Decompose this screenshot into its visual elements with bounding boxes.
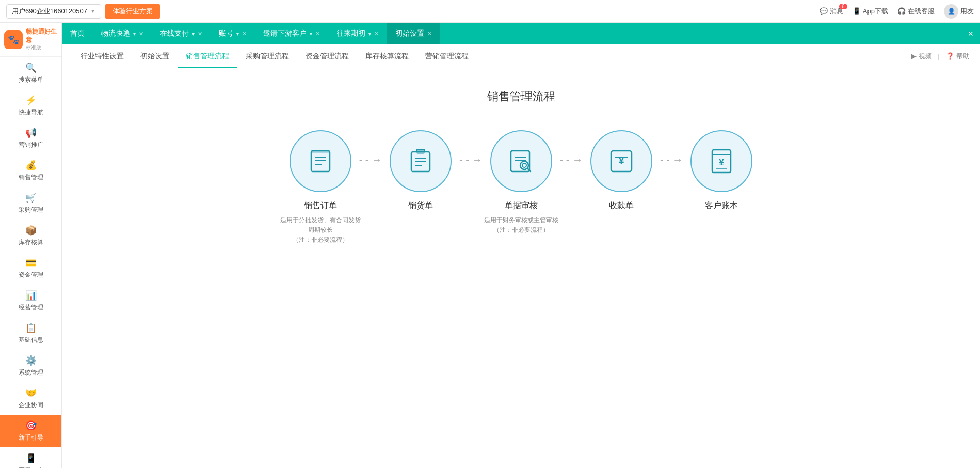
sidebar-item-basic-info[interactable]: 📋基础信息 <box>0 317 61 350</box>
sidebar-item-system[interactable]: ⚙️系统管理 <box>0 350 61 382</box>
app-download-button[interactable]: 📱 App下载 <box>853 7 888 16</box>
sub-tabs: 行业特性设置初始设置销售管理流程采购管理流程资金管理流程库存核算流程营销管理流程… <box>62 44 980 68</box>
sub-tab-marketing-flow[interactable]: 营销管理流程 <box>417 44 477 68</box>
sidebar-item-marketing[interactable]: 📢营销推广 <box>0 122 61 154</box>
sidebar-label-newbie: 新手引导 <box>19 433 43 442</box>
sub-tab-label-finance-flow: 资金管理流程 <box>306 52 349 61</box>
sub-tab-purchase-flow[interactable]: 采购管理流程 <box>237 44 297 68</box>
flow-circle-receipt: ¥ <box>590 130 652 192</box>
flow-label-review: 单据审核 <box>505 200 538 211</box>
nav-tabs-bar: 首页物流快递▾✕在线支付▾✕账号▾✕邀请下游客户▾✕往来期初▾✕初始设置✕ ✕ <box>62 23 980 44</box>
online-service-button[interactable]: 🎧 在线客服 <box>897 7 935 16</box>
help-link[interactable]: ❓ 帮助 <box>946 52 970 61</box>
dropdown-icon: ▾ <box>368 31 371 37</box>
close-tab-icon-account[interactable]: ✕ <box>242 30 247 37</box>
phone-icon: 📱 <box>853 7 861 15</box>
main-panel: 首页物流快递▾✕在线支付▾✕账号▾✕邀请下游客户▾✕往来期初▾✕初始设置✕ ✕ … <box>62 23 980 468</box>
sidebar-item-enterprise[interactable]: 🤝企业协同 <box>0 382 61 415</box>
main-layout: 🐾 畅捷通好生意 标准版 🔍搜索菜单⚡快捷导航📢营销推广💰销售管理🛒采购管理📦库… <box>0 23 980 468</box>
video-help[interactable]: ▶ 视频 <box>911 52 932 61</box>
sidebar-item-inventory[interactable]: 📦库存核算 <box>0 220 61 252</box>
sidebar-item-finance[interactable]: 💳资金管理 <box>0 252 61 285</box>
flow-step-sales-invoice[interactable]: 销货单 <box>379 130 462 215</box>
sidebar-label-quick-nav: 快捷导航 <box>19 108 43 117</box>
flow-circle-sales-invoice <box>390 130 452 192</box>
help-icon: ❓ <box>946 52 954 60</box>
sidebar-icon-marketing: 📢 <box>25 127 37 138</box>
flow-diagram: 销售订单 适用于分批发货、有合同发货周期较长（注：非必要流程） - - → 销货… <box>83 130 959 245</box>
page-title: 销售管理流程 <box>83 89 959 104</box>
message-icon: 💬 <box>820 7 828 15</box>
sidebar-label-finance: 资金管理 <box>19 271 43 279</box>
sub-tab-inventory-flow[interactable]: 库存核算流程 <box>357 44 417 68</box>
logo-text: 畅捷通好生意 <box>26 28 57 44</box>
sidebar-item-search-menu[interactable]: 🔍搜索菜单 <box>0 57 61 89</box>
user-avatar-area[interactable]: 👤 用友 <box>944 4 974 19</box>
flow-label-sales-invoice: 销货单 <box>408 200 433 211</box>
flow-label-sales-order: 销售订单 <box>304 200 337 211</box>
nav-tab-invite[interactable]: 邀请下游客户▾✕ <box>255 23 328 44</box>
nav-tab-payment[interactable]: 在线支付▾✕ <box>152 23 211 44</box>
nav-tab-account[interactable]: 账号▾✕ <box>211 23 255 44</box>
flow-circle-review <box>490 130 552 192</box>
sidebar-item-purchase[interactable]: 🛒采购管理 <box>0 187 61 220</box>
close-all-tabs[interactable]: ✕ <box>961 29 980 38</box>
nav-tab-label-logistics: 物流快递 <box>101 29 130 38</box>
sidebar-label-system: 系统管理 <box>19 368 43 377</box>
sidebar-icon-search-menu: 🔍 <box>25 62 37 73</box>
message-badge: 6 <box>839 4 847 9</box>
dropdown-icon: ▾ <box>310 31 312 37</box>
sidebar-label-marketing: 营销推广 <box>19 141 43 149</box>
sidebar-icon-finance: 💳 <box>25 257 37 269</box>
close-tab-icon-init-settings[interactable]: ✕ <box>427 30 432 37</box>
nav-tab-label-invite: 邀请下游客户 <box>263 29 307 38</box>
sidebar-item-app-center[interactable]: 📱应用中心 <box>0 447 61 468</box>
message-button[interactable]: 💬 消息 6 <box>820 7 843 16</box>
nav-tab-init-settings[interactable]: 初始设置✕ <box>387 23 440 44</box>
online-service-label: 在线客服 <box>908 7 935 16</box>
flow-step-sales-order[interactable]: 销售订单 适用于分批发货、有合同发货周期较长（注：非必要流程） <box>279 130 362 245</box>
logo-icon: 🐾 <box>4 30 23 49</box>
sidebar-icon-app-center: 📱 <box>25 453 37 464</box>
sub-tab-label-initial: 初始设置 <box>140 52 169 61</box>
close-tab-icon-payment[interactable]: ✕ <box>198 30 202 37</box>
sub-tab-sales-flow[interactable]: 销售管理流程 <box>178 44 237 68</box>
flow-step-receipt[interactable]: ¥ 收款单 <box>580 130 663 215</box>
content-area: 销售管理流程 销售订单 适用于分批发货、有合同发货周期较长（注：非必要流程） -… <box>62 68 980 468</box>
sub-tab-label-industry: 行业特性设置 <box>81 52 124 61</box>
nav-tab-period[interactable]: 往来期初▾✕ <box>328 23 387 44</box>
sub-tab-finance-flow[interactable]: 资金管理流程 <box>297 44 357 68</box>
sidebar-icon-sales: 💰 <box>25 160 37 171</box>
divider: | <box>938 52 940 60</box>
close-tab-icon-invite[interactable]: ✕ <box>315 30 320 37</box>
sub-tab-industry[interactable]: 行业特性设置 <box>72 44 132 68</box>
sidebar-item-newbie[interactable]: 🎯新手引导 <box>0 415 61 447</box>
help-label: 帮助 <box>956 52 970 61</box>
nav-tab-logistics[interactable]: 物流快递▾✕ <box>93 23 152 44</box>
chevron-down-icon: ▼ <box>90 8 95 14</box>
nav-tab-label-account: 账号 <box>219 29 233 38</box>
header-left: 用户690企业1660120507 ▼ 体验行业方案 <box>6 4 160 19</box>
user-selector-label: 用户690企业1660120507 <box>12 7 87 16</box>
sidebar-item-quick-nav[interactable]: ⚡快捷导航 <box>0 89 61 122</box>
sidebar-item-operations[interactable]: 📊经营管理 <box>0 285 61 317</box>
nav-tab-home[interactable]: 首页 <box>62 23 93 44</box>
sidebar-icon-enterprise: 🤝 <box>25 387 37 399</box>
sidebar-label-search-menu: 搜索菜单 <box>19 75 43 84</box>
sidebar-label-enterprise: 企业协同 <box>19 401 43 410</box>
flow-step-account-book[interactable]: ¥ 客户账本 <box>680 130 763 215</box>
logo-sub: 标准版 <box>26 44 57 51</box>
top-header: 用户690企业1660120507 ▼ 体验行业方案 💬 消息 6 📱 App下… <box>0 0 980 23</box>
sidebar-icon-inventory: 📦 <box>25 225 37 236</box>
sub-tab-initial[interactable]: 初始设置 <box>132 44 178 68</box>
video-label: 视频 <box>919 52 932 61</box>
flow-step-review[interactable]: 单据审核 适用于财务审核或主管审核（注：非必要流程） <box>480 130 563 235</box>
flow-arrow-2: - - → <box>459 130 482 166</box>
trial-button[interactable]: 体验行业方案 <box>105 4 160 19</box>
sidebar-label-operations: 经营管理 <box>19 303 43 312</box>
user-selector[interactable]: 用户690企业1660120507 ▼ <box>6 4 101 19</box>
close-tab-icon-logistics[interactable]: ✕ <box>139 30 143 37</box>
close-tab-icon-period[interactable]: ✕ <box>374 30 379 37</box>
sidebar-item-sales[interactable]: 💰销售管理 <box>0 154 61 187</box>
sub-tab-label-purchase-flow: 采购管理流程 <box>246 52 289 61</box>
